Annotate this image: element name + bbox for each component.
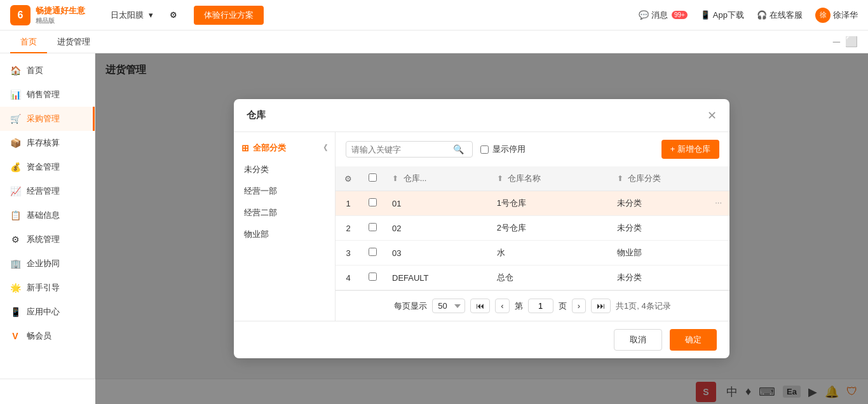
sort-icon-name: ⬆ (497, 174, 503, 183)
search-input[interactable] (351, 145, 453, 154)
category-property[interactable]: 物业部 (234, 224, 335, 245)
row-code: DEFAULT (384, 266, 489, 290)
sidebar-item-home[interactable]: 🏠 首页 (0, 58, 95, 83)
user-menu[interactable]: 徐 徐泽华 (815, 8, 858, 23)
row-name: 2号仓库 (489, 216, 609, 241)
page-number-input[interactable] (528, 299, 553, 313)
show-disabled-toggle[interactable]: 显示停用 (480, 144, 526, 155)
modal-right-panel: 🔍 显示停用 + 新增仓库 (336, 132, 729, 321)
table-row[interactable]: 2 02 2号仓库 未分类 (336, 216, 729, 241)
select-all-checkbox[interactable] (369, 173, 377, 182)
sidebar-item-enterprise[interactable]: 🏢 企业协同 (0, 252, 95, 276)
basicinfo-icon: 📋 (10, 210, 20, 220)
row-name: 1号仓库 (489, 191, 609, 216)
th-name: ⬆ 仓库名称 (489, 166, 609, 191)
sidebar-item-finance[interactable]: 💰 资金管理 (0, 155, 95, 179)
row-actions: ··· (715, 198, 722, 207)
app-download-button[interactable]: 📱 App下载 (700, 10, 744, 21)
new-warehouse-button[interactable]: + 新增仓库 (661, 140, 719, 159)
trial-button[interactable]: 体验行业方案 (194, 6, 264, 25)
sidebar-item-guide[interactable]: 🌟 新手引导 (0, 276, 95, 300)
row-checkbox[interactable] (361, 266, 384, 290)
confirm-button[interactable]: 确定 (670, 329, 717, 351)
user-avatar: 徐 (815, 8, 831, 23)
purchase-icon: 🛒 (10, 114, 20, 124)
maximize-button[interactable]: ⬜ (845, 36, 858, 48)
main-layout: 🏠 首页 📊 销售管理 🛒 采购管理 📦 库存核算 💰 资金管理 📈 经营管理 … (0, 53, 868, 404)
cancel-button[interactable]: 取消 (614, 329, 662, 351)
grid-icon: ⊞ (241, 143, 249, 153)
logo-text: 畅捷通好生意 精品版 (36, 5, 85, 25)
navtab-home[interactable]: 首页 (10, 30, 47, 53)
table-row[interactable]: 1 01 1号仓库 未分类 ··· (336, 191, 729, 216)
modal-overlay: 仓库 ✕ ⊞ 全部分类 《 (95, 53, 868, 404)
sidebar-item-apps[interactable]: 📱 应用中心 (0, 300, 95, 324)
sort-icon-category: ⬆ (617, 174, 623, 183)
th-code: ⬆ 仓库... (384, 166, 489, 191)
company-selector[interactable]: 日太阳膜 ▾ (105, 7, 158, 24)
vip-icon: V (10, 331, 20, 341)
sidebar-item-operations[interactable]: 📈 经营管理 (0, 179, 95, 203)
category-dept1[interactable]: 经营一部 (234, 180, 335, 202)
row-checkbox[interactable] (361, 191, 384, 216)
all-categories-button[interactable]: ⊞ 全部分类 《 (234, 137, 335, 159)
navtabs: 首页 进货管理 ─ ⬜ (0, 30, 868, 53)
chevron-down-icon: ▾ (149, 10, 153, 20)
next-page-button[interactable]: › (572, 299, 586, 313)
th-checkbox (361, 166, 384, 191)
messages-button[interactable]: 💬 消息 99+ (639, 10, 688, 21)
table-header-row: ⚙ ⬆ 仓库... (336, 166, 729, 191)
sidebar-item-system[interactable]: ⚙ 系统管理 (0, 227, 95, 252)
row-seq: 1 (336, 191, 361, 216)
online-service-button[interactable]: 🎧 在线客服 (757, 10, 803, 21)
sales-icon: 📊 (10, 90, 20, 100)
row-name: 总仓 (489, 266, 609, 290)
app-logo: 6 畅捷通好生意 精品版 (10, 5, 105, 25)
category-dept2[interactable]: 经营二部 (234, 202, 335, 224)
last-page-button[interactable]: ⏭ (591, 299, 611, 313)
enterprise-icon: 🏢 (10, 259, 20, 269)
th-settings: ⚙ (336, 166, 361, 191)
sidebar-item-inventory[interactable]: 📦 库存核算 (0, 131, 95, 155)
show-disabled-checkbox[interactable] (480, 145, 489, 154)
modal-title: 仓库 (247, 109, 266, 121)
row-checkbox[interactable] (361, 216, 384, 241)
collapse-arrow-icon: 《 (320, 143, 327, 154)
per-page-select[interactable]: 10 20 50 100 (432, 299, 465, 313)
message-icon: 💬 (639, 10, 649, 20)
row-code: 01 (384, 191, 489, 216)
sidebar-item-vip[interactable]: V 畅会员 (0, 324, 95, 348)
row-checkbox[interactable] (361, 241, 384, 266)
sort-icon: ⬆ (392, 174, 398, 183)
content-area: 进货管理 仓库 ✕ ⊞ 全部分类 (95, 53, 868, 404)
prev-page-button[interactable]: ‹ (495, 299, 509, 313)
navtab-purchase[interactable]: 进货管理 (47, 30, 100, 53)
sidebar-item-purchase[interactable]: 🛒 采购管理 (0, 107, 95, 131)
first-page-button[interactable]: ⏮ (470, 299, 490, 313)
row-name: 水 (489, 241, 609, 266)
modal-header: 仓库 ✕ (234, 99, 729, 132)
modal-body: ⊞ 全部分类 《 未分类 经营一部 经营二部 (234, 132, 729, 321)
settings-button[interactable]: ⚙ (163, 5, 184, 25)
sidebar-item-sales[interactable]: 📊 销售管理 (0, 83, 95, 107)
category-unclassified[interactable]: 未分类 (234, 159, 335, 180)
search-input-wrap: 🔍 (346, 141, 473, 158)
headset-icon: 🎧 (757, 10, 767, 20)
modal-close-button[interactable]: ✕ (707, 110, 717, 121)
system-icon: ⚙ (10, 234, 20, 245)
modal-toolbar: 🔍 显示停用 + 新增仓库 (336, 132, 729, 166)
row-category: 未分类 (609, 216, 729, 241)
logo-icon: 6 (10, 5, 31, 25)
sidebar: 🏠 首页 📊 销售管理 🛒 采购管理 📦 库存核算 💰 资金管理 📈 经营管理 … (0, 53, 95, 404)
gear-icon: ⚙ (170, 10, 177, 20)
row-seq: 2 (336, 216, 361, 241)
inventory-icon: 📦 (10, 138, 20, 148)
row-category: 未分类 (609, 266, 729, 290)
topbar-right: 💬 消息 99+ 📱 App下载 🎧 在线客服 徐 徐泽华 (639, 8, 858, 23)
minimize-button[interactable]: ─ (833, 36, 840, 48)
row-code: 03 (384, 241, 489, 266)
table-row[interactable]: 4 DEFAULT 总仓 未分类 (336, 266, 729, 290)
apps-icon: 📱 (10, 307, 20, 317)
table-row[interactable]: 3 03 水 物业部 (336, 241, 729, 266)
sidebar-item-basicinfo[interactable]: 📋 基础信息 (0, 203, 95, 227)
